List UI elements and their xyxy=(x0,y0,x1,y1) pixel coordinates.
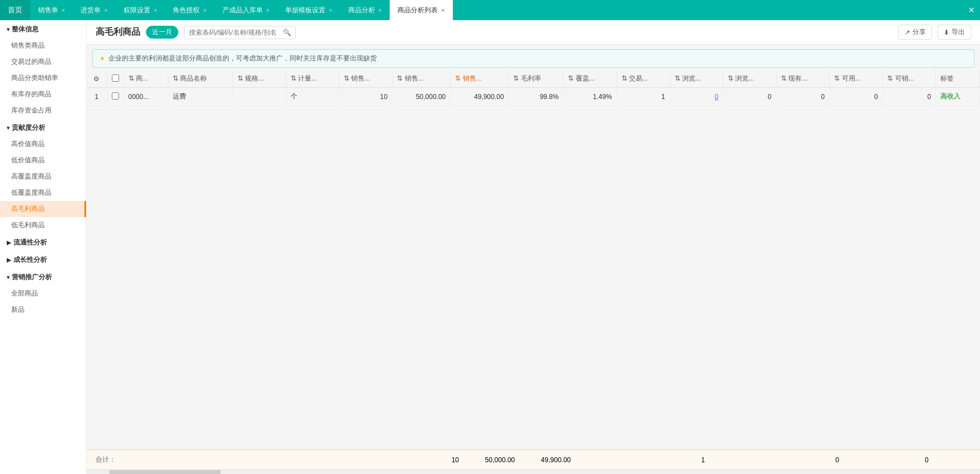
sidebar-item-category-assist[interactable]: 商品分类助销率 xyxy=(0,70,86,86)
col-stock-current[interactable]: ⇅ 现有... xyxy=(777,70,830,88)
col-sales-qty[interactable]: ⇅ 销售... xyxy=(339,70,392,88)
sidebar-group-overall[interactable]: ▾ 整体信息 xyxy=(0,20,86,37)
row-stock-saleable: 0 xyxy=(883,88,936,106)
close-permission-settings[interactable]: × xyxy=(154,7,157,13)
col-views2[interactable]: ⇅ 浏览... xyxy=(723,70,776,88)
sort-icon: ⇅ xyxy=(675,74,680,82)
nav-product-analysis[interactable]: 商品分析 × xyxy=(340,0,390,20)
row-name: 运费 xyxy=(168,88,233,106)
nav-product-inbound[interactable]: 产成品入库单 × xyxy=(215,0,277,20)
col-name[interactable]: ⇅ 商品名称 xyxy=(168,70,233,88)
search-icon[interactable]: 🔍 xyxy=(283,29,291,36)
sidebar-item-traded-goods[interactable]: 交易过的商品 xyxy=(0,54,86,70)
sidebar-item-low-margin[interactable]: 低毛利商品 xyxy=(0,217,86,233)
close-product-analysis[interactable]: × xyxy=(378,7,382,13)
nav-product-analysis-list[interactable]: 商品分析列表 × xyxy=(390,0,452,20)
sort-icon: ⇅ xyxy=(291,74,296,82)
sort-icon: ⇅ xyxy=(781,74,787,82)
footer-total: 合计： 10 50,000.00 49,900.00 1 0 0 xyxy=(87,449,980,470)
footer-label: 合计： xyxy=(96,455,207,464)
info-bar: ✦ 企业的主要的利润都是这部分商品创造的，可考虑加大推广，同时关注库存是不要出现… xyxy=(92,49,974,68)
row-sales-qty: 10 xyxy=(339,88,392,106)
main-layout: 《 ▾ 整体信息 销售类商品 交易过的商品 商品分类助销率 有库存的商品 库存资… xyxy=(0,20,980,474)
arrow-growth: ▶ xyxy=(7,257,11,263)
row-views2: 0 xyxy=(723,88,776,106)
sidebar-item-new-goods[interactable]: 新品 xyxy=(0,302,86,318)
col-views1[interactable]: ⇅ 浏览... xyxy=(670,70,723,88)
sidebar-item-high-coverage[interactable]: 高覆盖度商品 xyxy=(0,168,86,185)
sidebar-item-stock-capital[interactable]: 库存资金占用 xyxy=(0,102,86,119)
footer-sales-amount: 50,000.00 xyxy=(465,456,520,464)
arrow-overall: ▾ xyxy=(7,26,10,32)
sidebar-item-low-value[interactable]: 低价值商品 xyxy=(0,152,86,168)
sort-icon: ⇅ xyxy=(173,74,178,82)
col-coverage[interactable]: ⇅ 覆盖... xyxy=(564,70,617,88)
bulb-icon: ✦ xyxy=(100,55,105,63)
row-tag: 高收入 xyxy=(936,88,980,106)
sidebar-group-liquidity[interactable]: ▶ 流通性分析 xyxy=(0,233,86,251)
arrow-contribution: ▾ xyxy=(7,125,10,131)
horizontal-scrollbar[interactable] xyxy=(87,470,980,474)
share-button[interactable]: ↗ 分享 xyxy=(898,25,932,40)
row-views1[interactable]: 0 xyxy=(670,88,723,106)
content-area: 高毛利商品 近一月 🔍 ↗ 分享 ⬇ 导出 ✦ 企业的主要的利润都是这部分商品创… xyxy=(87,20,980,474)
col-sales-cost[interactable]: ⇅ 销售... xyxy=(451,70,509,88)
close-sales-order[interactable]: × xyxy=(61,7,65,13)
row-checkbox[interactable] xyxy=(107,88,124,106)
nav-permission-settings[interactable]: 权限设置 × xyxy=(116,0,165,20)
footer-sales-qty: 10 xyxy=(420,456,465,464)
col-tag: 标签 xyxy=(936,70,980,88)
sidebar-item-high-margin[interactable]: 高毛利商品 xyxy=(0,201,86,217)
col-spec[interactable]: ⇅ 规格... xyxy=(233,70,286,88)
nav-purchase-order[interactable]: 进货单 × xyxy=(73,0,115,20)
col-gross-margin[interactable]: ⇅ 毛利率 xyxy=(509,70,564,88)
close-purchase-order[interactable]: × xyxy=(104,7,107,13)
close-role-auth[interactable]: × xyxy=(203,7,206,13)
sidebar-item-all-goods[interactable]: 全部商品 xyxy=(0,285,86,302)
col-stock-available[interactable]: ⇅ 可用... xyxy=(830,70,883,88)
col-sales-amount[interactable]: ⇅ 销售... xyxy=(392,70,451,88)
sort-icon: ⇅ xyxy=(568,74,574,82)
sidebar-item-high-value[interactable]: 高价值商品 xyxy=(0,136,86,152)
sidebar: 《 ▾ 整体信息 销售类商品 交易过的商品 商品分类助销率 有库存的商品 库存资… xyxy=(0,20,87,474)
col-settings[interactable]: ⚙ xyxy=(87,70,107,88)
nav-template-settings[interactable]: 单据模板设置 × xyxy=(277,0,340,20)
col-unit[interactable]: ⇅ 计量... xyxy=(286,70,339,88)
arrow-liquidity: ▶ xyxy=(7,240,11,246)
row-code: 0000... xyxy=(124,88,168,106)
search-input[interactable] xyxy=(184,26,296,39)
table-row: 1 0000... 运费 个 10 50,000.00 49,900.00 99… xyxy=(87,88,980,106)
footer-stock-saleable: 0 xyxy=(889,456,934,464)
row-select-checkbox[interactable] xyxy=(112,92,119,100)
row-gross-margin: 99.8% xyxy=(509,88,564,106)
sidebar-group-contribution[interactable]: ▾ 贡献度分析 xyxy=(0,119,86,136)
share-icon: ↗ xyxy=(905,29,910,36)
export-button[interactable]: ⬇ 导出 xyxy=(938,25,971,40)
col-code[interactable]: ⇅ 商... xyxy=(124,70,168,88)
page-title: 高毛利商品 xyxy=(96,26,140,38)
sidebar-collapse-button[interactable]: 《 xyxy=(86,247,87,270)
filter-recent-month-button[interactable]: 近一月 xyxy=(146,26,178,39)
sidebar-item-sales-goods[interactable]: 销售类商品 xyxy=(0,37,86,54)
nav-home[interactable]: 首页 xyxy=(0,0,30,20)
sidebar-group-growth[interactable]: ▶ 成长性分析 xyxy=(0,251,86,268)
table-container: ⚙ ⇅ 商... ⇅ 商品名称 ⇅ 规格... ⇅ 计量... ⇅ 销售... … xyxy=(87,70,980,449)
row-transactions: 1 xyxy=(617,88,670,106)
close-all-tabs[interactable]: × xyxy=(968,4,974,16)
export-icon: ⬇ xyxy=(944,29,949,36)
nav-sales-order[interactable]: 销售单 × xyxy=(30,0,73,20)
col-stock-saleable[interactable]: ⇅ 可销... xyxy=(883,70,936,88)
sidebar-item-low-coverage[interactable]: 低覆盖度商品 xyxy=(0,185,86,201)
sidebar-item-stocked-goods[interactable]: 有库存的商品 xyxy=(0,86,86,102)
close-product-analysis-list[interactable]: × xyxy=(441,7,444,13)
collapse-icon: 《 xyxy=(86,254,87,263)
nav-role-auth[interactable]: 角色授权 × xyxy=(165,0,214,20)
sort-icon: ⇅ xyxy=(728,74,733,82)
close-template-settings[interactable]: × xyxy=(329,7,332,13)
select-all-checkbox[interactable] xyxy=(112,74,119,82)
row-index: 1 xyxy=(87,88,107,106)
close-product-inbound[interactable]: × xyxy=(266,7,269,13)
row-stock-current: 0 xyxy=(777,88,830,106)
sidebar-group-marketing[interactable]: ▾ 营销推广分析 xyxy=(0,268,86,285)
col-transactions[interactable]: ⇅ 交易... xyxy=(617,70,670,88)
